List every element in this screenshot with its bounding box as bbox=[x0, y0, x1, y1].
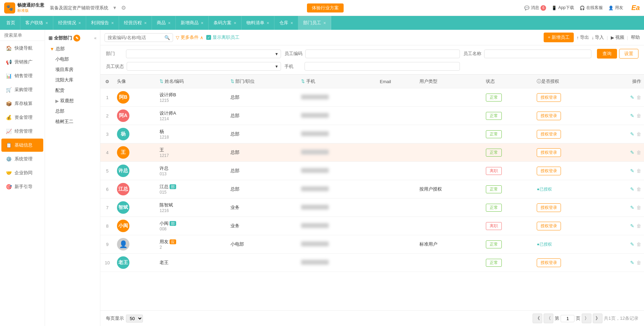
auth-login-btn[interactable]: 授权登录 bbox=[537, 258, 561, 267]
status-select[interactable]: ▾ bbox=[127, 62, 281, 71]
tab-bom[interactable]: 物料清单✕ bbox=[242, 16, 274, 30]
dept-item-zhishu[interactable]: 植树王二 bbox=[45, 116, 100, 127]
last-page-btn[interactable]: 》 bbox=[593, 314, 602, 323]
auth-login-btn[interactable]: 授权登录 bbox=[537, 93, 561, 102]
sidebar-item-finance[interactable]: 💰 资金管理 bbox=[1, 111, 43, 124]
page-size-select[interactable]: 50 bbox=[126, 315, 143, 323]
emp-name-field[interactable] bbox=[487, 51, 588, 56]
delete-btn[interactable]: 🗑 bbox=[636, 205, 641, 210]
edit-btn[interactable]: ✎ bbox=[630, 205, 634, 210]
edit-btn[interactable]: ✎ bbox=[630, 223, 634, 229]
online-support-btn[interactable]: 🎧 在线客服 bbox=[580, 5, 603, 11]
close-icon[interactable]: ✕ bbox=[168, 21, 171, 25]
auth-login-btn[interactable]: 授权登录 bbox=[537, 167, 561, 175]
close-icon[interactable]: ✕ bbox=[234, 21, 236, 25]
emp-name-input[interactable] bbox=[484, 50, 591, 58]
add-employee-btn[interactable]: + 新增员工 bbox=[544, 33, 574, 42]
gear-icon[interactable]: ⚙ bbox=[121, 5, 126, 11]
col-settings[interactable]: ⚙ bbox=[100, 75, 114, 88]
delete-btn[interactable]: 🗑 bbox=[636, 260, 641, 265]
import-btn[interactable]: ↓ 导入 bbox=[592, 34, 604, 41]
dept-collapse-btn[interactable]: « bbox=[94, 36, 97, 41]
edit-btn[interactable]: ✎ bbox=[630, 168, 634, 174]
tab-operation[interactable]: 经营情况✕ bbox=[53, 16, 86, 30]
query-btn[interactable]: 查询 bbox=[597, 49, 617, 59]
tab-goods[interactable]: 商品✕ bbox=[152, 16, 176, 30]
next-page-btn[interactable]: 〉 bbox=[582, 314, 591, 323]
close-icon[interactable]: ✕ bbox=[266, 21, 269, 25]
auth-login-btn[interactable]: 授权登录 bbox=[537, 222, 561, 230]
sidebar-item-inventory[interactable]: 📦 库存核算 bbox=[1, 97, 43, 110]
close-icon[interactable]: ✕ bbox=[323, 21, 326, 25]
dept-item-distribution[interactable]: 配货 bbox=[45, 85, 100, 96]
tab-customer[interactable]: 客户联络✕ bbox=[20, 16, 53, 30]
edit-btn[interactable]: ✎ bbox=[630, 113, 634, 118]
sidebar-search[interactable]: 🔍 bbox=[0, 30, 45, 41]
dept-item-shuluxiang[interactable]: ▶ 双鹿想 bbox=[45, 96, 100, 106]
view-btn[interactable]: ▶ 视频 bbox=[611, 34, 624, 41]
sidebar-search-input[interactable] bbox=[4, 33, 45, 38]
delete-btn[interactable]: 🗑 bbox=[636, 113, 641, 118]
close-icon[interactable]: ✕ bbox=[45, 21, 48, 25]
delete-btn[interactable]: 🗑 bbox=[636, 95, 641, 100]
tab-employees[interactable]: 部门员工✕ bbox=[298, 16, 331, 30]
delete-btn[interactable]: 🗑 bbox=[636, 223, 641, 229]
tab-profit[interactable]: 利润报告✕ bbox=[86, 16, 119, 30]
tab-home[interactable]: 首页 bbox=[3, 16, 20, 30]
export-btn[interactable]: ↑ 导出 bbox=[577, 34, 589, 41]
dept-item-electronics[interactable]: 小电部 bbox=[45, 54, 100, 64]
dept-item-shenyang[interactable]: 沈阳大库 bbox=[45, 75, 100, 85]
dept-edit-btn[interactable]: ✎ bbox=[73, 35, 80, 42]
user-btn[interactable]: 👤 用友 bbox=[608, 5, 623, 11]
tab-warehouse[interactable]: 仓库✕ bbox=[274, 16, 298, 30]
first-page-btn[interactable]: 《 bbox=[533, 314, 542, 323]
show-resigned-btn[interactable]: ✓ 显示离职员工 bbox=[206, 34, 239, 41]
dept-item-hq2[interactable]: 总部 bbox=[45, 106, 100, 116]
delete-btn[interactable]: 🗑 bbox=[636, 168, 641, 174]
delete-btn[interactable]: 🗑 bbox=[636, 150, 641, 155]
edit-btn[interactable]: ✎ bbox=[630, 186, 634, 192]
delete-btn[interactable]: 🗑 bbox=[636, 186, 641, 192]
dropdown-icon[interactable]: ▼ bbox=[112, 5, 117, 10]
edit-btn[interactable]: ✎ bbox=[630, 95, 634, 100]
message-btn[interactable]: 💬 消息 6 bbox=[524, 5, 546, 11]
close-icon[interactable]: ✕ bbox=[201, 21, 203, 25]
sidebar-item-purchase[interactable]: 🛒 采购管理 bbox=[1, 83, 43, 96]
try-industry-btn[interactable]: 体验行业方案 bbox=[307, 3, 344, 12]
dept-item-projectroom[interactable]: 项目库房 bbox=[45, 64, 100, 75]
delete-btn[interactable]: 🗑 bbox=[636, 131, 641, 137]
auth-login-btn[interactable]: 授权登录 bbox=[537, 130, 561, 139]
search-box[interactable]: 🔍 bbox=[105, 33, 173, 42]
sidebar-item-sales[interactable]: 📊 销售管理 bbox=[1, 69, 43, 82]
more-conditions-btn[interactable]: ▽ 更多条件 ∧ bbox=[176, 34, 203, 41]
tab-barcode[interactable]: 条码方案✕ bbox=[209, 16, 242, 30]
sidebar-item-operations[interactable]: 📈 经营管理 bbox=[1, 125, 43, 138]
auth-login-btn[interactable]: 授权登录 bbox=[537, 112, 561, 120]
tab-add-goods[interactable]: 新增商品✕ bbox=[176, 16, 209, 30]
prev-page-btn[interactable]: 〈 bbox=[544, 314, 553, 323]
dept-select[interactable]: ▾ bbox=[126, 50, 281, 58]
app-download-btn[interactable]: 📱 App下载 bbox=[552, 5, 574, 11]
phone-field[interactable] bbox=[308, 64, 456, 69]
sidebar-item-marketing[interactable]: 📢 营销推广 bbox=[1, 55, 43, 69]
page-input[interactable] bbox=[561, 315, 574, 322]
sidebar-item-collab[interactable]: 🤝 企业协同 bbox=[1, 166, 43, 179]
emp-code-field[interactable] bbox=[308, 51, 456, 56]
close-icon[interactable]: ✕ bbox=[111, 21, 114, 25]
delete-btn[interactable]: 🗑 bbox=[636, 241, 641, 247]
set-btn[interactable]: 设置 bbox=[619, 49, 638, 59]
help-btn[interactable]: 帮助 bbox=[631, 34, 640, 41]
dept-item-headquarters[interactable]: ▼ 总部 bbox=[45, 44, 100, 54]
close-icon[interactable]: ✕ bbox=[78, 21, 81, 25]
auth-login-btn[interactable]: 授权登录 bbox=[537, 148, 561, 157]
auth-login-btn[interactable]: 授权登录 bbox=[537, 203, 561, 212]
emp-code-input[interactable] bbox=[305, 50, 460, 58]
edit-btn[interactable]: ✎ bbox=[630, 150, 634, 155]
sidebar-item-system[interactable]: ⚙️ 系统管理 bbox=[1, 152, 43, 166]
sidebar-item-basic[interactable]: 📋 基础信息 bbox=[1, 139, 43, 152]
sidebar-item-guide[interactable]: 🎯 新手引导 bbox=[1, 180, 43, 193]
edit-btn[interactable]: ✎ bbox=[630, 260, 634, 265]
phone-input[interactable] bbox=[305, 62, 460, 71]
close-icon[interactable]: ✕ bbox=[290, 21, 293, 25]
sidebar-item-quicknav[interactable]: 🏠 快捷导航 bbox=[1, 42, 43, 55]
